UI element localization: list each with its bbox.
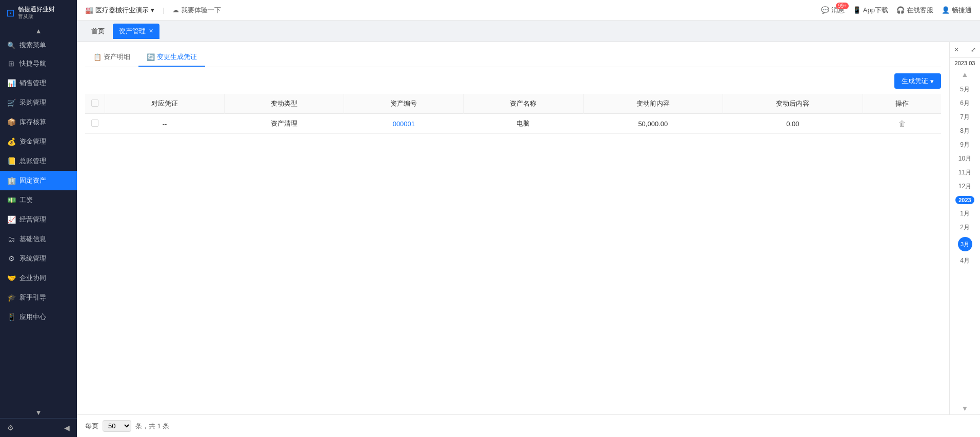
fund-icon: 💰 [7,137,15,146]
sidebar-item-fixed-assets[interactable]: 🏢 固定资产 [0,171,77,190]
settings-icon[interactable]: ⚙ [7,424,14,432]
content-area: 📋 资产明细 🔄 变更生成凭证 生成凭证 ▾ [77,42,980,414]
company-name: 医疗器械行业演示 [95,6,149,15]
month-1[interactable]: 1月 [950,207,980,221]
sidebar-item-payroll[interactable]: 💵 工资 [0,190,77,210]
message-badge: 99+ [836,3,849,9]
base-info-label: 基础信息 [19,234,46,244]
fixed-assets-label: 固定资产 [19,176,46,185]
month-11[interactable]: 11月 [950,166,980,180]
quick-nav-icon: ⊞ [7,59,15,68]
month-3-active[interactable]: 3月 [950,234,980,254]
customer-service-btn[interactable]: 🎧 在线客服 [896,6,933,15]
collapse-icon[interactable]: ◀ [64,424,70,432]
payroll-label: 工资 [19,195,33,205]
tab-bar: 首页 资产管理 ✕ [77,21,980,42]
sidebar-search[interactable]: 🔍 搜索菜单 [0,36,77,54]
app-download-label: App下载 [863,6,888,15]
sidebar-item-inventory[interactable]: 📦 库存核算 [0,112,77,132]
business-label: 经营管理 [19,215,46,224]
topbar-right: 💬 消息 99+ 📱 App下载 🎧 在线客服 👤 畅捷通 [821,6,972,15]
sidebar-item-base-info[interactable]: 🗂 基础信息 [0,229,77,249]
sub-tabs: 📋 资产明细 🔄 变更生成凭证 [85,48,941,67]
sub-tab-change-voucher[interactable]: 🔄 变更生成凭证 [138,48,205,67]
sidebar-item-system[interactable]: ⚙ 系统管理 [0,249,77,268]
user-icon: 👤 [942,6,950,14]
row-change-type: 资产清理 [225,114,344,134]
company-dropdown-icon: ▾ [151,6,154,14]
experience-btn[interactable]: ☁ 我要体验一下 [172,6,221,15]
panel-close-btn[interactable]: ✕ [953,46,960,53]
col-change-type: 变动类型 [225,94,344,114]
month-2[interactable]: 2月 [950,221,980,234]
month-9[interactable]: 9月 [950,138,980,152]
sidebar-item-ledger[interactable]: 📒 总账管理 [0,151,77,171]
sidebar-item-app-center[interactable]: 📱 应用中心 [0,307,77,327]
col-voucher: 对应凭证 [105,94,225,114]
user-label: 畅捷通 [952,6,972,15]
sidebar-menu: ⊞ 快捷导航 📊 销售管理 🛒 采购管理 📦 库存核算 💰 资金管理 📒 总账管… [0,54,77,407]
month-6[interactable]: 6月 [950,96,980,110]
inventory-icon: 📦 [7,118,15,126]
month-8[interactable]: 8月 [950,124,980,138]
app-download-btn[interactable]: 📱 App下载 [853,6,888,15]
phone-icon: 📱 [853,6,861,14]
data-table: 对应凭证 变动类型 资产编号 资产名称 [85,94,941,134]
topbar: 🏭 医疗器械行业演示 ▾ | ☁ 我要体验一下 💬 消息 99+ 📱 App下载… [77,0,980,21]
sales-label: 销售管理 [19,78,46,88]
sidebar-item-quick-nav[interactable]: ⊞ 快捷导航 [0,54,77,73]
month-7[interactable]: 7月 [950,110,980,124]
panel-date-title: 2023.03 [950,58,980,68]
per-page-select[interactable]: 10 20 50 100 [103,420,131,432]
month-12[interactable]: 12月 [950,180,980,193]
sidebar: ⊡ 畅捷通好业财 普及版 ▲ 🔍 搜索菜单 ⊞ 快捷导航 📊 销售管理 🛒 采购… [0,0,77,437]
fixed-assets-icon: 🏢 [7,176,15,185]
ledger-icon: 📒 [7,157,15,165]
header-checkbox[interactable] [91,100,98,107]
customer-service-label: 在线客服 [907,6,933,15]
asset-detail-icon: 📋 [93,53,102,61]
sidebar-item-purchase[interactable]: 🛒 采购管理 [0,93,77,112]
business-icon: 📈 [7,215,15,224]
message-icon: 💬 [821,6,829,14]
system-label: 系统管理 [19,254,46,263]
timeline: 5月 6月 7月 8月 9月 10月 11月 12月 2023 1月 2月 3月… [950,81,980,402]
base-info-icon: 🗂 [7,235,15,243]
month-10[interactable]: 10月 [950,152,980,166]
month-5[interactable]: 5月 [950,83,980,96]
timeline-up-btn[interactable]: ▲ [950,68,980,81]
row-checkbox[interactable] [91,120,98,127]
panel-expand-btn[interactable]: ⤢ [970,46,977,53]
sidebar-item-cooperation[interactable]: 🤝 企业协同 [0,268,77,288]
delete-btn[interactable]: 🗑 [898,120,906,128]
logo-icon: ⊡ [6,7,15,19]
sidebar-item-guide[interactable]: 🎓 新手引导 [0,288,77,307]
message-btn[interactable]: 💬 消息 99+ [821,6,845,15]
sidebar-item-business[interactable]: 📈 经营管理 [0,210,77,229]
sub-tab-asset-detail[interactable]: 📋 资产明细 [85,48,138,67]
tab-home[interactable]: 首页 [85,24,111,39]
sidebar-item-fund[interactable]: 💰 资金管理 [0,132,77,151]
experience-label: 我要体验一下 [181,6,221,15]
row-before-content: 50,000.00 [583,114,723,134]
tab-asset-management[interactable]: 资产管理 ✕ [113,24,159,39]
guide-label: 新手引导 [19,293,46,302]
ledger-label: 总账管理 [19,156,46,166]
tab-close-btn[interactable]: ✕ [149,28,153,34]
sidebar-item-sales[interactable]: 📊 销售管理 [0,73,77,93]
company-selector[interactable]: 🏭 医疗器械行业演示 ▾ [85,6,154,15]
per-page-label: 每页 [85,422,98,431]
sidebar-scroll-up[interactable]: ▲ [0,26,77,36]
generate-voucher-btn[interactable]: 生成凭证 ▾ [894,73,941,89]
month-4[interactable]: 4月 [950,254,980,268]
sidebar-scroll-down[interactable]: ▼ [0,407,77,418]
row-operation: 🗑 [863,114,941,134]
guide-icon: 🎓 [7,293,15,302]
generate-dropdown-icon: ▾ [930,77,934,85]
user-btn[interactable]: 👤 畅捷通 [942,6,972,15]
main-area: 🏭 医疗器械行业演示 ▾ | ☁ 我要体验一下 💬 消息 99+ 📱 App下载… [77,0,980,437]
sidebar-bottom: ⚙ ◀ [0,418,77,437]
timeline-down-btn[interactable]: ▼ [950,402,980,414]
topbar-divider: | [163,6,164,14]
col-asset-code: 资产编号 [344,94,464,114]
